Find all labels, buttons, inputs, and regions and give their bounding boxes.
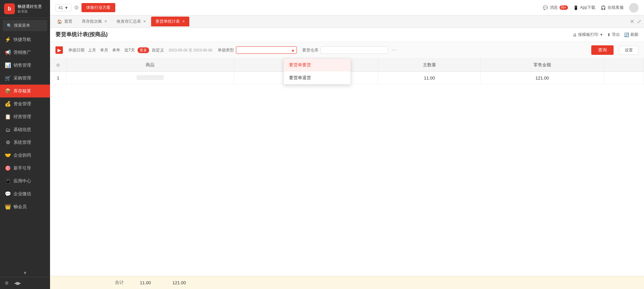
date-btn-7days[interactable]: 近7天 [123,47,136,54]
refresh-action[interactable]: 🔄 刷新 [624,32,639,38]
tab-request-stat-close[interactable]: ✕ [182,19,185,24]
cell-qty: 11.00 [378,72,481,84]
settings-icon[interactable]: ⚙ [5,281,9,286]
sidebar-item-quick-nav[interactable]: ⚡ 快捷导航 [0,33,50,46]
warehouse-filter-group: 要货仓库 ··· [302,46,586,54]
nav-label-basic-info: 基础信息 [14,127,31,133]
sidebar-item-app-center[interactable]: 📱 应用中心 [0,175,50,187]
col-amount: 零售金额 [481,59,604,72]
online-service-group[interactable]: 🎧 在线客服 [601,5,624,10]
tab-controls: ✕ ⤢ [630,18,641,25]
sidebar: b 畅捷通好生意 标准版 🔍 搜索菜单 ⚡ 快捷导航 📢 营销推广 📊 销售管理… [0,0,50,289]
col-settings-icon[interactable]: ⚙ [56,63,60,68]
home-icon: 🏠 [57,19,62,24]
sidebar-item-system[interactable]: ⚙ 系统管理 [0,136,50,149]
date-btn-this-month[interactable]: 本月 [99,47,110,54]
refresh-icon: 🔄 [624,32,629,37]
nav-icon-inventory: 📦 [5,88,11,94]
query-button[interactable]: 查询 [591,45,614,55]
filter-expand-button[interactable]: ▶ [55,46,63,54]
message-badge: 99+ [559,5,568,10]
print-icon: 🖨 [573,32,577,37]
nav-icon-basic-info: 🗂 [5,127,11,133]
app-label: App下载 [580,5,595,10]
cell-no: 1 [50,72,66,84]
tab-receivable-summary-close[interactable]: ✕ [143,19,146,24]
filter-bar: ▶ 单据日期 上月 本月 本年 近7天 更多 自定义 2023-05-06 至 … [50,42,644,59]
nav-icon-sales: 📊 [5,62,11,68]
sidebar-item-wechat[interactable]: 💬 企业微信 [0,187,50,200]
collapse-icon[interactable]: ◀▶ [14,281,21,286]
tab-inventory-batch-close[interactable]: ✕ [104,19,107,24]
date-filter-group: 单据日期 上月 本月 本年 近7天 更多 自定义 2023-05-06 至 20… [68,47,212,54]
sidebar-item-marketing[interactable]: 📢 营销推广 [0,46,50,59]
content-area: 要货单统计表(按商品) 🖨 按模板打印 ▼ ⬆ 导出 🔄 刷新 ▶ [50,28,644,289]
search-menu[interactable]: 🔍 搜索菜单 [3,20,47,31]
sidebar-scroll-down[interactable]: ▼ [0,269,50,277]
service-icon: 🎧 [601,5,606,10]
cell-amount: 121.00 [481,72,604,84]
tab-close-all-icon[interactable]: ✕ [630,18,634,25]
page-actions: 🖨 按模板打印 ▼ ⬆ 导出 🔄 刷新 [573,32,639,38]
sidebar-item-member[interactable]: 👑 畅会员 [0,200,50,213]
nav-label-purchase: 采购管理 [14,75,31,81]
tab-request-stat-label: 要货单统计表 [156,19,180,24]
app-icon: 📱 [573,5,578,10]
total-amount: 121.00 [162,280,196,285]
tab-request-stat[interactable]: 要货单统计表 ✕ [151,17,189,26]
tab-inventory-batch[interactable]: 库存批次账 ✕ [77,17,112,26]
settings-button[interactable]: 设置 [619,46,639,55]
product-placeholder [137,75,164,80]
total-row: 合计 11.00 121.00 [50,276,644,289]
nav-label-guide: 新手引导 [14,165,31,171]
date-range-display: 2023-05-06 至 2023-06-06 [169,48,213,53]
sidebar-item-purchase[interactable]: 🛒 采购管理 [0,72,50,85]
tab-receivable-summary[interactable]: 收发存汇总表 ✕ [112,17,150,26]
dropdown-item-request-return[interactable]: 要货单退货 [284,71,351,84]
app-download-group[interactable]: 📱 App下载 [573,5,595,10]
nav-label-quick-nav: 快捷导航 [14,37,31,43]
filter-more-icon[interactable]: ··· [391,47,396,53]
date-btn-last-month[interactable]: 上月 [87,47,97,54]
sidebar-item-sales[interactable]: 📊 销售管理 [0,59,50,72]
sidebar-item-inventory[interactable]: 📦 库存核算 [0,85,50,97]
message-label: 消息 [550,5,558,10]
sidebar-item-enterprise[interactable]: 🤝 企业协同 [0,149,50,162]
date-btn-custom[interactable]: 自定义 [150,47,165,54]
total-label: 合计 [54,280,128,286]
nav-icon-enterprise: 🤝 [5,152,11,158]
type-filter-group: 单据类型 ▲ [218,46,297,54]
sidebar-item-finance[interactable]: 💰 资金管理 [0,97,50,110]
nav-icon-app-center: 📱 [5,178,11,184]
industry-button[interactable]: 体验行业方案 [81,3,115,12]
tab-expand-icon[interactable]: ⤢ [637,18,641,25]
settings-gear-icon[interactable]: ⚙ [74,4,79,11]
sidebar-item-operations[interactable]: 📋 经营管理 [0,110,50,123]
nav-icon-system: ⚙ [5,139,11,146]
search-menu-label: 搜索菜单 [14,23,30,28]
service-label: 在线客服 [607,5,624,10]
sidebar-item-guide[interactable]: 🎯 新手引导 [0,162,50,175]
page-header: 要货单统计表(按商品) 🖨 按模板打印 ▼ ⬆ 导出 🔄 刷新 [50,28,644,42]
date-btn-more[interactable]: 更多 [138,47,149,53]
user-avatar[interactable] [629,3,639,13]
type-select-input[interactable] [236,46,297,54]
sidebar-item-basic-info[interactable]: 🗂 基础信息 [0,123,50,136]
nav-icon-guide: 🎯 [5,165,11,171]
store-selector[interactable]: 41 ▼ [55,4,71,12]
nav-icon-member: 👑 [5,204,11,210]
date-btn-this-year[interactable]: 本年 [111,47,122,54]
nav-label-finance: 资金管理 [14,101,31,107]
main-area: 41 ▼ ⚙ 体验行业方案 💬 消息 99+ 📱 App下载 🎧 在线客服 [50,0,644,289]
nav-label-system: 系统管理 [14,139,31,146]
export-action[interactable]: ⬆ 导出 [607,32,620,38]
col-product: 商品 [66,59,234,72]
tab-home[interactable]: 🏠 首页 [53,17,77,26]
nav-icon-wechat: 💬 [5,191,11,197]
nav-label-wechat: 企业微信 [14,191,31,197]
message-group[interactable]: 💬 消息 99+ [543,5,568,10]
dropdown-item-request-order[interactable]: 要货单要货 [284,59,351,71]
print-action[interactable]: 🖨 按模板打印 ▼ [573,32,603,38]
search-icon: 🔍 [7,23,12,28]
warehouse-input[interactable] [320,46,388,54]
